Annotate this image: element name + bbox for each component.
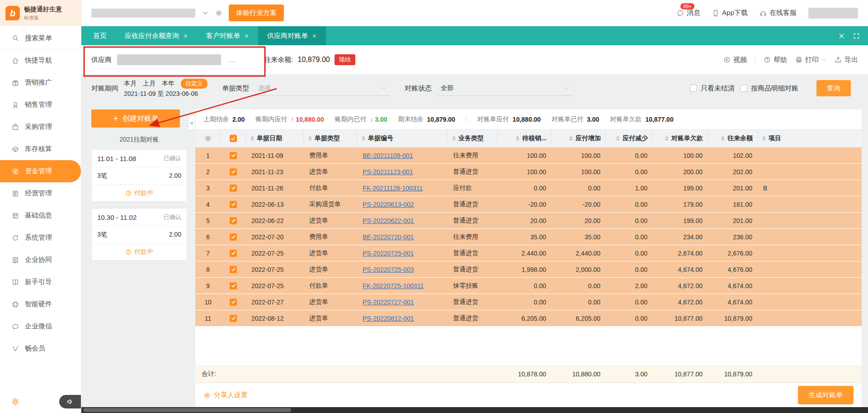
- sidebar-item-search-menu[interactable]: 搜索菜单: [0, 27, 81, 49]
- row-checkbox[interactable]: [221, 147, 246, 163]
- sidebar-item-guide[interactable]: 新手引导: [0, 271, 81, 293]
- sidebar-item-member[interactable]: 畅会员: [0, 337, 81, 360]
- row-checkbox[interactable]: [221, 278, 246, 294]
- row-checkbox-box[interactable]: [230, 201, 237, 208]
- column-settings-gear-icon[interactable]: [195, 130, 221, 147]
- sidebar-item-collaboration[interactable]: 企业协同: [0, 249, 81, 271]
- doc-number-link[interactable]: PS-20220725-001: [363, 250, 414, 257]
- sidebar-item-inventory[interactable]: 库存核算: [0, 138, 81, 160]
- sidebar-item-operations[interactable]: 经营管理: [0, 182, 81, 204]
- experience-plan-button[interactable]: 体验行业方案: [229, 5, 284, 21]
- share-settings-button[interactable]: 分享人设置: [203, 391, 248, 399]
- sidebar-item-base-info[interactable]: 基础信息: [0, 204, 81, 227]
- messages-button[interactable]: 99+ 消息: [677, 9, 700, 17]
- row-checkbox[interactable]: [221, 294, 246, 310]
- status-select[interactable]: 全部: [437, 81, 573, 96]
- select-all-checkbox-box[interactable]: [230, 135, 237, 142]
- doc-number-link[interactable]: BE-20211109-001: [363, 152, 413, 159]
- period-custom-button[interactable]: 自定义: [181, 79, 208, 89]
- row-checkbox-box[interactable]: [230, 152, 237, 159]
- row-checkbox[interactable]: [221, 213, 246, 228]
- row-checkbox[interactable]: [221, 310, 246, 326]
- topbar-gear-icon[interactable]: [215, 9, 222, 17]
- column-header-statement_debt[interactable]: 对账单欠款: [653, 130, 708, 147]
- row-checkbox-box[interactable]: [230, 315, 237, 322]
- search-button[interactable]: 查询: [816, 80, 851, 96]
- tab-customer-statement[interactable]: 客户对账单: [197, 26, 258, 45]
- row-checkbox[interactable]: [221, 229, 246, 245]
- column-header-biz_type[interactable]: 业务类型: [448, 130, 497, 147]
- collapse-panel-button[interactable]: «: [188, 115, 195, 130]
- account-chevron-down-icon[interactable]: [202, 9, 209, 17]
- redacted-supplier-value[interactable]: [117, 54, 221, 65]
- redacted-account-select[interactable]: [91, 9, 195, 18]
- checkbox-unsettled-only[interactable]: 只看未结清: [690, 84, 735, 93]
- doc-number-link[interactable]: BE-20220720-001: [363, 233, 414, 241]
- redacted-user-account[interactable]: [808, 8, 858, 19]
- table-row[interactable]: 62022-07-20费用单BE-20220720-001往来费用35.0035…: [195, 229, 862, 245]
- column-header-project[interactable]: 项目: [758, 130, 862, 147]
- doc-number-link[interactable]: PS-20220613-002: [363, 201, 414, 208]
- row-checkbox[interactable]: [221, 180, 246, 196]
- sidebar-item-system[interactable]: 系统管理: [0, 227, 81, 249]
- create-statement-button[interactable]: 创建对账单: [91, 109, 180, 128]
- sidebar-item-funds[interactable]: 资金管理: [0, 160, 81, 182]
- settings-gear-icon[interactable]: [11, 397, 20, 406]
- doc-number-link[interactable]: FK-20211126-100311: [363, 185, 423, 192]
- doc-type-select[interactable]: 选择...: [255, 81, 390, 96]
- table-row[interactable]: 72022-07-25进货单PS-20220725-001普通进货2,440.0…: [195, 245, 862, 261]
- row-checkbox-box[interactable]: [230, 185, 237, 192]
- row-checkbox-box[interactable]: [230, 217, 237, 224]
- table-row[interactable]: 82022-07-25进货单PS-20220725-003普通进货1,998.0…: [195, 261, 862, 278]
- close-tabs-icon[interactable]: [838, 33, 845, 39]
- column-header-doc_no[interactable]: 单据编号: [357, 130, 448, 147]
- sidebar-item-wechat[interactable]: 企业微信: [0, 315, 81, 337]
- sidebar-item-purchase[interactable]: 采购管理: [0, 116, 81, 138]
- table-row[interactable]: 42022-06-13采购退货单PS-20220613-002普通进货-20.0…: [195, 196, 862, 213]
- column-header-doc_type[interactable]: 单据类型: [304, 130, 357, 147]
- tab-home[interactable]: 首页: [84, 26, 116, 45]
- doc-number-link[interactable]: FK-20220725-100311: [363, 282, 424, 290]
- table-row[interactable]: 12021-11-09费用单BE-20211109-001往来费用100.001…: [195, 147, 862, 164]
- row-checkbox-box[interactable]: [230, 299, 237, 306]
- checkbox-box[interactable]: [690, 85, 697, 92]
- row-checkbox-box[interactable]: [230, 282, 237, 290]
- supplier-more-button[interactable]: ...: [228, 56, 237, 64]
- period-option-2[interactable]: 本年: [162, 80, 175, 88]
- table-row[interactable]: 32021-11-26付款单FK-20211126-100311应付款0.000…: [195, 180, 862, 196]
- row-checkbox-box[interactable]: [230, 266, 237, 273]
- doc-number-link[interactable]: PS-20220727-001: [363, 299, 414, 306]
- doc-number-link[interactable]: PS-20220725-003: [363, 266, 414, 273]
- sidebar-item-sales[interactable]: 销售管理: [0, 94, 81, 116]
- row-checkbox[interactable]: [221, 261, 246, 277]
- video-button[interactable]: 视频: [723, 56, 747, 64]
- select-all-checkbox[interactable]: [221, 130, 246, 147]
- row-checkbox[interactable]: [221, 245, 246, 261]
- column-header-balance[interactable]: 往来余额: [708, 130, 758, 147]
- row-checkbox[interactable]: [221, 164, 246, 180]
- column-header-pay_decrease[interactable]: 应付减少: [606, 130, 653, 147]
- sidebar-item-quick-nav[interactable]: 快捷导航: [0, 49, 81, 71]
- table-row[interactable]: 92022-07-25付款单FK-20220725-100311抹零挂账0.00…: [195, 278, 862, 294]
- online-service-button[interactable]: 在线客服: [760, 9, 797, 17]
- doc-number-link[interactable]: PS-20220812-001: [363, 315, 414, 322]
- help-button[interactable]: 帮助: [764, 56, 787, 64]
- row-checkbox-box[interactable]: [230, 233, 237, 241]
- row-checkbox-box[interactable]: [230, 250, 237, 257]
- sidebar-item-hardware[interactable]: 智能硬件: [0, 293, 81, 315]
- period-option-1[interactable]: 上月: [143, 80, 156, 88]
- checkbox-by-product-detail[interactable]: 按商品明细对账: [740, 84, 798, 93]
- app-download-button[interactable]: App下载: [712, 9, 748, 17]
- export-button[interactable]: 导出: [835, 56, 858, 64]
- tab-receivable-payable-balance[interactable]: 应收应付余额查询: [116, 26, 197, 45]
- table-row[interactable]: 112022-08-12进货单PS-20220812-001普通进货6,205.…: [195, 310, 862, 327]
- row-checkbox[interactable]: [221, 196, 246, 212]
- tab-supplier-statement[interactable]: 供应商对账单: [258, 26, 326, 45]
- doc-number-link[interactable]: PS-20211123-001: [363, 168, 413, 176]
- row-checkbox-box[interactable]: [230, 168, 237, 176]
- date-range[interactable]: 2021-11-09 至 2023-06-06: [124, 90, 208, 98]
- column-header-pending[interactable]: 待核销...: [497, 130, 552, 147]
- statement-card[interactable]: 10.30 - 11.02 已确认 3笔 2.00 付款中: [91, 208, 187, 261]
- chevron-down-icon[interactable]: [821, 57, 826, 62]
- audio-assistant-button[interactable]: [59, 395, 81, 408]
